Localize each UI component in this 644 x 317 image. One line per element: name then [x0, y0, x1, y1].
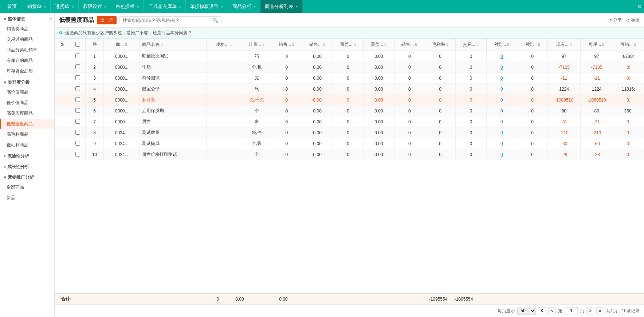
- sidebar-item-high-margin[interactable]: 高毛利商品: [0, 129, 54, 140]
- close-icon[interactable]: ×: [104, 4, 106, 9]
- sidebar-item-all-goods[interactable]: 全部商品: [0, 182, 54, 193]
- sidebar-item-category-turnover[interactable]: 商品分类动销率: [0, 45, 54, 55]
- row-checkbox-input[interactable]: [75, 152, 80, 156]
- nav-tab-purchase[interactable]: 进货单 ×: [51, 0, 78, 13]
- row-view1[interactable]: 0: [486, 106, 517, 116]
- row-checkbox[interactable]: [70, 84, 85, 95]
- th-view1[interactable]: 浏览...⇅: [486, 39, 517, 51]
- th-code[interactable]: 商...⇅: [104, 39, 140, 51]
- row-checkbox[interactable]: [70, 73, 85, 84]
- row-view1[interactable]: 0: [486, 95, 517, 106]
- sidebar-item-sales-goods[interactable]: 销售类商品: [0, 24, 54, 34]
- row-name[interactable]: 测试提成: [140, 138, 206, 149]
- page-number-input[interactable]: [565, 307, 578, 314]
- close-icon[interactable]: ×: [295, 4, 298, 9]
- sidebar-collapse-button[interactable]: «: [49, 16, 52, 22]
- nav-tab-product-analysis-list[interactable]: 商品分析列表 ×: [260, 0, 302, 13]
- sidebar-section-liquidity[interactable]: > 流通性分析: [0, 150, 54, 161]
- next-page-button[interactable]: >: [586, 307, 594, 314]
- share-button[interactable]: ↗ 分享: [608, 17, 622, 23]
- row-checkbox[interactable]: [70, 62, 85, 73]
- sidebar-item-low-value[interactable]: 低价值商品: [0, 98, 54, 108]
- filter-recent-month-button[interactable]: 近一月: [97, 16, 117, 24]
- th-cover1[interactable]: 覆盖...⇅: [333, 39, 363, 51]
- th-index[interactable]: 序: [85, 39, 104, 51]
- row-checkbox-input[interactable]: [75, 141, 80, 146]
- row-checkbox[interactable]: [70, 149, 85, 160]
- close-icon[interactable]: ×: [71, 4, 74, 9]
- th-saleable[interactable]: 可销...⇅: [613, 39, 644, 51]
- sidebar-item-high-coverage[interactable]: 高覆盖度商品: [0, 108, 54, 119]
- close-icon[interactable]: ×: [254, 4, 256, 9]
- row-checkbox-input[interactable]: [75, 64, 80, 69]
- sidebar-section-group-analysis[interactable]: ∨ 类群度分析: [0, 76, 54, 87]
- row-view1[interactable]: 0: [486, 149, 517, 160]
- prev-page-button[interactable]: <: [548, 307, 556, 314]
- sidebar-section-growth[interactable]: > 成长性分析: [0, 161, 54, 171]
- row-checkbox[interactable]: [70, 127, 85, 138]
- row-view1[interactable]: 0: [486, 84, 517, 95]
- nav-tab-roles[interactable]: 角色授权 ×: [111, 0, 144, 13]
- row-checkbox[interactable]: [70, 51, 85, 62]
- nav-tab-finished-goods[interactable]: 产成品入库单 ×: [144, 0, 186, 13]
- nav-tab-permissions[interactable]: 权限设置 ×: [79, 0, 111, 13]
- sidebar-item-inventory-capital[interactable]: 库存资金占用: [0, 66, 54, 76]
- th-available[interactable]: 可用...⇅: [580, 39, 613, 51]
- row-checkbox[interactable]: [70, 116, 85, 127]
- row-view1[interactable]: 0: [486, 51, 517, 62]
- row-name[interactable]: 牛奶: [140, 62, 206, 73]
- row-view1[interactable]: 0: [486, 138, 517, 149]
- select-all-checkbox[interactable]: [75, 42, 80, 47]
- th-trade[interactable]: 交易...⇅: [456, 39, 486, 51]
- row-name[interactable]: 旺铺批次测试: [140, 51, 206, 62]
- row-checkbox-input[interactable]: [75, 97, 80, 102]
- row-view1[interactable]: 0: [486, 62, 517, 73]
- row-name[interactable]: 眼宝公仔: [140, 84, 206, 95]
- sidebar-section-overall[interactable]: ∨ 整体信息: [0, 13, 54, 24]
- row-name[interactable]: 多计量: [140, 95, 206, 106]
- sidebar-section-marketing[interactable]: ∨ 营销推广分析: [0, 171, 54, 182]
- th-gear[interactable]: ⚙: [55, 39, 70, 51]
- close-icon[interactable]: ×: [221, 4, 223, 9]
- row-checkbox-input[interactable]: [75, 108, 80, 113]
- close-icon[interactable]: ×: [44, 4, 46, 9]
- th-spec[interactable]: 规格...⇅: [206, 39, 242, 51]
- first-page-button[interactable]: K: [538, 307, 546, 314]
- row-checkbox-input[interactable]: [75, 54, 80, 58]
- row-view1[interactable]: 0: [486, 116, 517, 127]
- sidebar-item-stocked-goods[interactable]: 有库存的商品: [0, 55, 54, 66]
- row-name[interactable]: 属性价格打印测试: [140, 149, 206, 160]
- sidebar-item-high-value[interactable]: 高价值商品: [0, 87, 54, 98]
- row-name[interactable]: 启用保质期: [140, 106, 206, 116]
- export-button[interactable]: ↺ 导出: [626, 17, 640, 23]
- th-name[interactable]: 商品名称⇅: [140, 39, 206, 51]
- sidebar-item-low-margin[interactable]: 低毛利商品: [0, 140, 54, 150]
- row-name[interactable]: 属性: [140, 116, 206, 127]
- row-name[interactable]: 符号测试: [140, 73, 206, 84]
- th-unit[interactable]: 计量...⇅: [242, 39, 271, 51]
- nav-tab-template-settings[interactable]: 单据模板设置 ×: [186, 0, 228, 13]
- nav-tab-sales[interactable]: 销货单 ×: [23, 0, 51, 13]
- nav-tab-product-analysis[interactable]: 商品分析 ×: [228, 0, 260, 13]
- close-icon[interactable]: ×: [137, 4, 139, 9]
- row-view1[interactable]: 0: [486, 127, 517, 138]
- th-gross[interactable]: 毛利率⇅: [425, 39, 455, 51]
- row-name[interactable]: 测试数量: [140, 127, 206, 138]
- th-current[interactable]: 现有...⇅: [548, 39, 581, 51]
- per-page-select[interactable]: 50 100 200: [517, 307, 536, 315]
- th-view2[interactable]: 浏览...⇅: [517, 39, 547, 51]
- close-icon[interactable]: ×: [179, 4, 181, 9]
- row-checkbox-input[interactable]: [75, 130, 80, 135]
- th-sales-qty[interactable]: 销售...⇅: [271, 39, 302, 51]
- th-sales-amt[interactable]: 销售...⇅: [302, 39, 333, 51]
- close-all-button[interactable]: ×: [638, 3, 641, 10]
- row-checkbox[interactable]: [70, 95, 85, 106]
- gear-icon[interactable]: ⚙: [60, 42, 64, 47]
- last-page-button[interactable]: »: [596, 307, 604, 314]
- row-checkbox-input[interactable]: [75, 75, 80, 80]
- row-view1[interactable]: 0: [486, 73, 517, 84]
- row-checkbox[interactable]: [70, 138, 85, 149]
- nav-tab-home[interactable]: 首页: [1, 0, 23, 13]
- sidebar-item-low-coverage[interactable]: 低覆盖度商品: [0, 119, 54, 129]
- row-checkbox[interactable]: [70, 106, 85, 116]
